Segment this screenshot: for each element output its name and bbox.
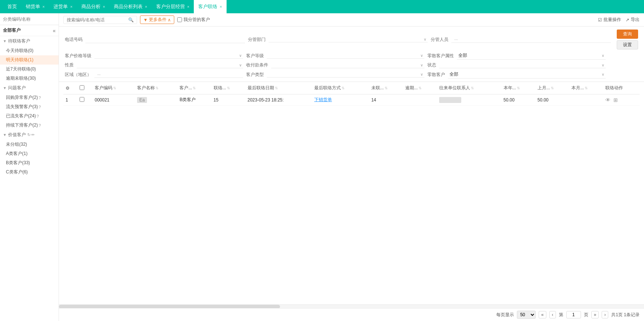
filter-cell-phone: 电话号码: [65, 36, 245, 43]
sidebar-item-a-class[interactable]: A类客户(1): [0, 149, 59, 158]
batch-op-button[interactable]: ☑ 批量操作: [598, 17, 621, 23]
value-customer-group[interactable]: ▼ 价值客户 ↻ ✏: [0, 130, 59, 140]
sort-icon[interactable]: ⇅: [419, 86, 421, 90]
customer-type-select[interactable]: ∨: [267, 72, 424, 77]
col-checkbox[interactable]: [77, 82, 92, 94]
row-contact-person: [437, 94, 501, 106]
pending-contact-group[interactable]: ▼ 待联络客户: [0, 36, 59, 46]
close-icon[interactable]: ×: [187, 4, 189, 9]
nav-item-customer-contact[interactable]: 客户联络 ×: [194, 0, 226, 13]
close-icon[interactable]: ×: [42, 4, 45, 9]
phone-input[interactable]: [85, 36, 245, 43]
close-icon[interactable]: ×: [145, 4, 147, 9]
help-icon: ?: [39, 96, 41, 100]
col-uncontacted: 未联... ⇅: [369, 82, 403, 94]
sort-icon[interactable]: ⇅: [155, 86, 158, 90]
chevron-down-icon: ∨: [420, 63, 423, 67]
next-page-button[interactable]: »: [591, 311, 599, 318]
search-input[interactable]: [67, 17, 128, 23]
sidebar-item-repurchase-abnormal[interactable]: 回购异常客户(2) ?: [0, 93, 59, 102]
toolbar-right: ☑ 批量操作 ↗ 导出: [598, 17, 640, 23]
refresh-icon[interactable]: ↻: [27, 132, 31, 137]
sort-icon[interactable]: ⇅: [275, 86, 278, 90]
sidebar-item-7days-contact[interactable]: 近7天待联络(0): [0, 65, 59, 74]
dept-select[interactable]: ∨: [269, 37, 428, 42]
page-input[interactable]: [566, 311, 581, 318]
sidebar-item-ungrouped[interactable]: 未分组(32): [0, 140, 59, 149]
close-icon[interactable]: ×: [70, 4, 72, 9]
sort-icon[interactable]: ⇅: [585, 86, 588, 90]
query-button[interactable]: 查询: [617, 30, 638, 39]
col-settings[interactable]: ⚙: [63, 82, 77, 94]
nav-item-home[interactable]: 首页: [3, 0, 21, 13]
nav-item-analysis-list[interactable]: 商品分析列表 ×: [109, 0, 151, 13]
sort-icon[interactable]: ⇅: [517, 86, 520, 90]
grid-icon[interactable]: ⊞: [613, 97, 618, 103]
status-select[interactable]: ∨: [439, 62, 606, 68]
row-checkbox[interactable]: [77, 94, 92, 106]
sort-icon[interactable]: ⇅: [385, 86, 388, 90]
table-body: 1 000021 Ea B类客户 15 2023-05-23 18:25: 下销…: [63, 94, 640, 106]
close-icon[interactable]: ×: [103, 4, 105, 9]
sort-icon[interactable]: ⇅: [227, 86, 230, 90]
sidebar-search: 🔍: [0, 13, 59, 25]
region-select[interactable]: ···: [94, 72, 243, 78]
value-level-select[interactable]: ∨: [94, 53, 243, 59]
top-nav: 首页 销货单 × 进货单 × 商品分析 × 商品分析列表 × 客户分层经营 × …: [0, 0, 644, 13]
select-all-checkbox[interactable]: [80, 85, 84, 90]
last-page-button[interactable]: ›: [602, 311, 608, 318]
sidebar-item-churn-warning[interactable]: 流失预警客户(3) ?: [0, 102, 59, 111]
customer-level-select[interactable]: ∨: [267, 53, 424, 59]
filter-cell-retail-customer: 零散客户 全部 ∨: [427, 70, 606, 79]
arrow-icon: ▼: [3, 86, 7, 90]
close-icon[interactable]: ×: [220, 4, 222, 9]
nav-item-customer-layer[interactable]: 客户分层经营 ×: [152, 0, 194, 13]
view-icon[interactable]: 👁: [605, 97, 610, 103]
search-icon[interactable]: 🔍: [128, 17, 134, 23]
filter-cell-customer-level: 客户等级 ∨: [246, 53, 424, 59]
edit-icon[interactable]: ✏: [31, 132, 35, 137]
retail-customer-select[interactable]: 全部 ∨: [448, 70, 606, 79]
last-contact-link[interactable]: 下销货单: [314, 97, 332, 102]
nav-item-sales[interactable]: 销货单 ×: [21, 0, 49, 13]
reset-button[interactable]: 设置: [617, 40, 638, 49]
sidebar-item-tomorrow-contact[interactable]: 明天待联络(1): [0, 55, 59, 65]
sort-icon[interactable]: ⇅: [193, 86, 196, 90]
filter-cell-dept: 分管部门 ∨: [248, 37, 428, 43]
sidebar-item-b-class[interactable]: B类客户(33): [0, 158, 59, 168]
sort-icon[interactable]: ⇅: [471, 86, 474, 90]
export-button[interactable]: ↗ 导出: [626, 17, 640, 23]
col-this-year: 本年... ⇅: [501, 82, 535, 94]
row-select-checkbox[interactable]: [80, 97, 84, 102]
sidebar-item-churned[interactable]: 已流失客户(24) ?: [0, 111, 59, 121]
first-page-button[interactable]: «: [539, 311, 546, 318]
nav-item-purchase[interactable]: 进货单 ×: [49, 0, 77, 13]
person-select[interactable]: ···: [451, 37, 611, 43]
prev-page-button[interactable]: ‹: [549, 311, 556, 318]
sidebar-item-c-class[interactable]: C类客户(6): [0, 168, 59, 177]
more-conditions-button[interactable]: ▼ 更多条件 ∧: [140, 15, 174, 24]
filter-row-4: 区域（地区） ··· 客户类型 ∨ 零散客户 全部 ∨: [65, 70, 638, 79]
sidebar-search-input[interactable]: [3, 17, 58, 22]
row-last-contact-method[interactable]: 下销货单: [312, 94, 369, 106]
page-size-select[interactable]: 50 100: [517, 311, 536, 319]
sort-icon[interactable]: ⇅: [342, 86, 344, 90]
sort-icon[interactable]: ⇅: [551, 86, 554, 90]
retail-attr-select[interactable]: 全部 ∨: [457, 52, 606, 60]
col-this-month: 本月... ⇅: [569, 82, 603, 94]
row-actions: 👁 ⊞: [603, 94, 640, 106]
more-icon[interactable]: ···: [454, 37, 458, 42]
col-code: 客户编码 ⇅: [92, 82, 135, 94]
payment-select[interactable]: ∨: [271, 62, 424, 68]
problem-customer-group[interactable]: ▼ 问题客户: [0, 83, 59, 93]
more-icon[interactable]: ···: [97, 72, 101, 77]
nav-item-analysis[interactable]: 商品分析 ×: [77, 0, 109, 13]
sidebar-item-today-contact[interactable]: 今天待联络(0): [0, 46, 59, 55]
my-customers-checkbox[interactable]: [177, 17, 182, 22]
sidebar-item-overdue-contact[interactable]: 逾期未联络(30): [0, 74, 59, 83]
sidebar-item-declining[interactable]: 持续下滑客户(2) ?: [0, 121, 59, 130]
sort-icon[interactable]: ⇅: [113, 86, 116, 90]
all-customers-header[interactable]: 全部客户 «: [0, 25, 59, 36]
nature-select[interactable]: ∨: [77, 62, 243, 68]
horizontal-scrollbar[interactable]: [59, 304, 644, 308]
